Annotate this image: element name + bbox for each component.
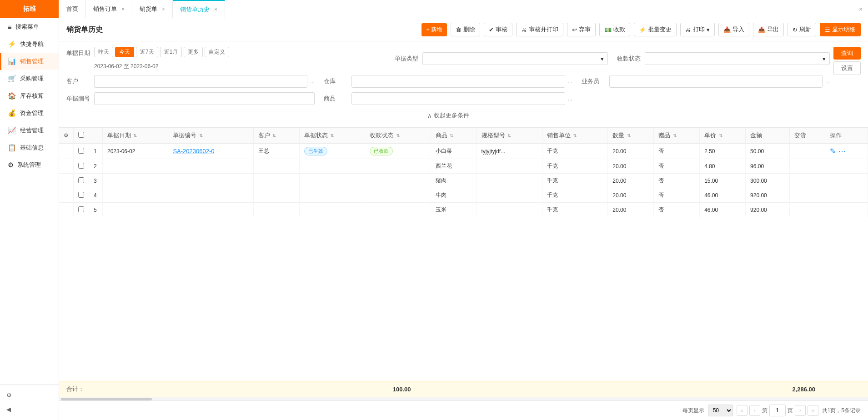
settings-filter-button[interactable]: 设置 [833, 61, 861, 75]
warehouse-more-icon[interactable]: ... [568, 78, 572, 85]
col-payment-status[interactable]: 收款状态 ⇅ [365, 128, 431, 144]
payment-select[interactable]: ▾ [645, 52, 830, 65]
sidebar-item-purchase[interactable]: 🛒 采购管理 [0, 70, 59, 87]
scrollbar-area[interactable] [59, 397, 868, 400]
col-qty[interactable]: 数量 ⇅ [608, 128, 654, 144]
tab-home[interactable]: 首页 [59, 0, 86, 18]
export-icon: 📤 [758, 26, 765, 33]
sidebar-item-quick-nav[interactable]: ⚡ 快捷导航 [0, 35, 59, 53]
tab-sales-goods-close[interactable]: × [162, 6, 165, 12]
col-trade[interactable]: 交货 [789, 128, 825, 144]
row-checkbox[interactable] [78, 206, 84, 212]
sidebar-item-finance[interactable]: 💰 资金管理 [0, 105, 59, 122]
sidebar-item-sys-mgmt[interactable]: ⚙ 系统管理 [0, 156, 59, 174]
tab-sales-history-label: 销货单历史 [180, 5, 210, 14]
date-btn-today[interactable]: 今天 [115, 47, 134, 57]
print-button[interactable]: 🖨 打印 ▾ [680, 23, 715, 36]
staff-more-icon[interactable]: ... [825, 78, 830, 85]
col-doc-date[interactable]: 单据日期 ⇅ [103, 128, 168, 144]
delete-button[interactable]: 🗑 删除 [451, 23, 480, 36]
more-action-icon[interactable]: ⋯ [838, 147, 846, 155]
date-btn-yesterday[interactable]: 昨天 [94, 47, 113, 57]
payment-label: 收款状态 [617, 55, 642, 63]
date-btn-more[interactable]: 更多 [184, 47, 203, 57]
col-settings[interactable]: ⚙ [59, 128, 74, 144]
batch-change-button[interactable]: ⚡ 批量变更 [634, 23, 677, 36]
sidebar-item-base-info[interactable]: 📋 基础信息 [0, 139, 59, 156]
refresh-button[interactable]: ↻ 刷新 [788, 23, 816, 36]
per-page-label: 每页显示 [682, 407, 704, 415]
scrollbar-thumb[interactable] [61, 398, 152, 400]
goods-input[interactable] [351, 92, 565, 105]
col-gift[interactable]: 赠品 ⇅ [654, 128, 700, 144]
first-page-btn[interactable]: « [737, 405, 748, 416]
col-amount[interactable]: 金额 [746, 128, 790, 144]
totals-row: 合计： 100.00 2,286.00 [59, 381, 868, 397]
sidebar-item-search-menu[interactable]: ≡ 搜索菜单 [0, 18, 59, 35]
col-goods[interactable]: 商品 ⇅ [431, 128, 477, 144]
per-page-select[interactable]: 50 100 200 [708, 405, 733, 416]
staff-input[interactable] [609, 75, 823, 88]
date-btn-1month[interactable]: 近1月 [160, 47, 182, 57]
row-checkbox[interactable] [78, 148, 84, 154]
row-checkbox[interactable] [78, 163, 84, 169]
filter-payment-item: 收款状态 ▾ [617, 52, 830, 65]
filter-date-item: 单据日期 昨天 今天 近7天 近1月 更多 自定义 [66, 47, 386, 70]
page-no-input[interactable] [769, 405, 786, 416]
import-button[interactable]: 📥 导入 [718, 23, 749, 36]
doc-no-input[interactable] [94, 92, 315, 105]
goods-more-icon[interactable]: ... [568, 95, 572, 102]
abandon-icon: ↩ [572, 26, 577, 33]
tab-sales-history-close[interactable]: × [214, 6, 217, 13]
tab-sales-goods[interactable]: 销货单 × [132, 0, 173, 18]
sidebar-item-sales[interactable]: 📊 销售管理 [0, 53, 59, 70]
tab-sales-order-close[interactable]: × [121, 6, 125, 12]
audit-print-button[interactable]: 🖨 审核并打印 [516, 23, 563, 36]
warehouse-input[interactable] [351, 75, 565, 88]
col-customer[interactable]: 客户 ⇅ [253, 128, 299, 144]
col-doc-status[interactable]: 单据状态 ⇅ [299, 128, 365, 144]
prev-page-btn[interactable]: ‹ [749, 405, 760, 416]
col-doc-no[interactable]: 单据编号 ⇅ [168, 128, 253, 144]
col-spec[interactable]: 规格型号 ⇅ [477, 128, 542, 144]
audit-button[interactable]: ✔ 审核 [484, 23, 512, 36]
sidebar-item-inventory[interactable]: 🏠 库存核算 [0, 87, 59, 105]
page-no-label: 第 [762, 407, 768, 415]
sidebar-item-operations[interactable]: 📈 经营管理 [0, 122, 59, 139]
tab-sales-history[interactable]: 销货单历史 × [173, 0, 225, 18]
select-all-checkbox[interactable] [78, 132, 84, 138]
payment-status-badge: 已收款 [370, 147, 393, 155]
export-button[interactable]: 📤 导出 [753, 23, 784, 36]
doc-no-link[interactable]: SA-20230602-0 [173, 148, 214, 155]
tabs-end[interactable]: × [859, 0, 868, 18]
data-table: ⚙ 单据日期 ⇅ 单据编号 ⇅ 客户 ⇅ [59, 128, 868, 217]
last-page-btn[interactable]: » [808, 405, 818, 416]
date-btn-7days[interactable]: 近7天 [136, 47, 158, 57]
col-unit-price[interactable]: 单价 ⇅ [700, 128, 746, 144]
display-button[interactable]: ☰ 显示明细 [820, 23, 861, 36]
abandon-button[interactable]: ↩ 弃审 [567, 23, 596, 36]
customer-input[interactable] [94, 75, 307, 88]
app-logo: 拓维 [0, 0, 59, 18]
collect-button[interactable]: 💵 收款 [599, 23, 630, 36]
query-button[interactable]: 查询 [833, 47, 861, 60]
goods-label: 商品 [324, 95, 349, 103]
tab-sales-order[interactable]: 销售订单 × [86, 0, 132, 18]
collapse-btn[interactable]: ∧ 收起更多条件 [66, 110, 830, 121]
filter-warehouse-item: 仓库 ... [324, 75, 572, 88]
sidebar-item-label: 系统管理 [17, 161, 41, 169]
new-button[interactable]: + 新增 [421, 23, 447, 36]
doc-type-select[interactable]: ▾ [422, 52, 607, 65]
close-window-icon[interactable]: × [859, 5, 863, 13]
col-sales-unit[interactable]: 销售单位 ⇅ [542, 128, 607, 144]
sidebar-collapse-btn[interactable]: ◀ [0, 402, 59, 416]
next-page-btn[interactable]: › [795, 405, 806, 416]
row-checkbox[interactable] [78, 177, 84, 183]
customer-more-icon[interactable]: ... [310, 78, 315, 85]
edit-icon[interactable]: ✎ [830, 147, 836, 155]
print-dropdown-icon: ▾ [707, 26, 710, 33]
row-checkbox[interactable] [78, 192, 84, 198]
date-btn-custom[interactable]: 自定义 [205, 47, 229, 57]
sidebar-settings-btn[interactable]: ⚙ [0, 388, 59, 402]
table-row: 12023-06-02SA-20230602-0王总已生效已收款小白菜tyjyj… [59, 144, 868, 159]
